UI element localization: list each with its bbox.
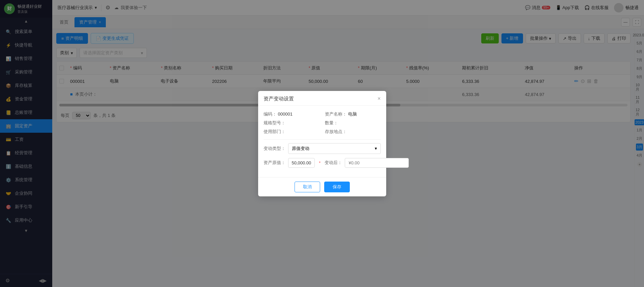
modal-header: 资产变动设置 ×: [258, 91, 386, 106]
modal-code-value: 000001: [278, 111, 293, 117]
modal-code-field: 编码： 000001: [264, 111, 319, 117]
modal-info-grid: 编码： 000001 资产名称： 电脑 规格型号： 数量： 使用部门：: [264, 111, 381, 135]
modal-body: 编码： 000001 资产名称： 电脑 规格型号： 数量： 使用部门：: [258, 106, 386, 177]
modal-spec-field: 规格型号：: [264, 120, 319, 126]
save-button[interactable]: 保存: [324, 182, 350, 192]
original-value-display: 50,000.00: [288, 158, 315, 168]
after-change-input[interactable]: [345, 158, 409, 168]
change-type-dropdown-icon: ▾: [375, 146, 377, 151]
modal-close-button[interactable]: ×: [377, 96, 380, 102]
modal-department-field: 使用部门：: [264, 129, 319, 135]
modal-asset-name-value: 电脑: [348, 111, 357, 117]
cancel-button[interactable]: 取消: [295, 182, 320, 192]
modal-title: 资产变动设置: [264, 96, 294, 102]
modal-footer: 取消 保存: [258, 177, 386, 196]
modal-asset-name-field: 资产名称： 电脑: [325, 111, 381, 117]
modal-overlay[interactable]: 资产变动设置 × 编码： 000001 资产名称： 电脑 规格型号： 数量：: [0, 0, 644, 287]
required-mark: *: [319, 160, 320, 165]
asset-change-modal: 资产变动设置 × 编码： 000001 资产名称： 电脑 规格型号： 数量：: [258, 91, 386, 196]
modal-divider: [264, 139, 381, 140]
change-type-select[interactable]: 原值变动 ▾: [288, 143, 381, 154]
modal-quantity-field: 数量：: [325, 120, 381, 126]
modal-original-value-field: 资产原值： 50,000.00 * 变动后：: [264, 158, 381, 168]
modal-change-type-field: 变动类型： 原值变动 ▾: [264, 143, 381, 154]
modal-location-field: 存放地点：: [325, 129, 381, 135]
